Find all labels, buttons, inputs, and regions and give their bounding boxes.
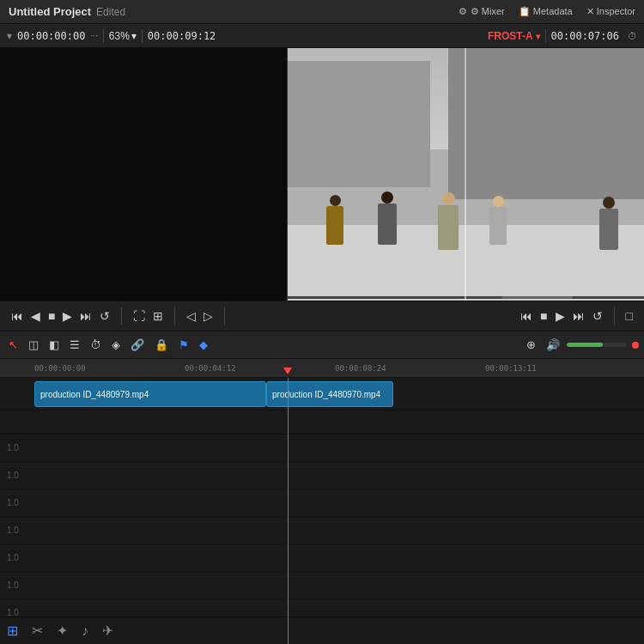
- controls-row: ⏮ ◀ ■ ▶ ⏭ ↺ ⛶ ⊞ ◁ ▷ ⏮ ■ ▶ ⏭ ↺ □: [0, 301, 644, 331]
- person-4: [489, 196, 507, 245]
- inspector-menu-item[interactable]: ✕ Inspector: [586, 6, 635, 17]
- color-label[interactable]: FROST-A ▾: [488, 30, 540, 42]
- tc-mark-3: 00:00:13:11: [485, 364, 537, 373]
- audio-track-4: 1.0: [0, 517, 644, 544]
- ctrl-divider-1: [121, 307, 122, 325]
- mixer-menu-item[interactable]: ⚙ ⚙ Mixer: [459, 6, 505, 17]
- stop-button[interactable]: ■: [46, 307, 58, 325]
- audio-track-4-label: 1.0: [7, 526, 19, 535]
- step-back-button[interactable]: ◀: [28, 307, 43, 325]
- nav-prev-button[interactable]: ◁: [184, 307, 198, 325]
- ctrl-divider-3: [224, 307, 225, 325]
- left-transport: ⏮ ◀ ■ ▶ ⏭ ↺: [3, 307, 118, 325]
- toolbar-sep-2: [142, 29, 143, 43]
- monitor-button[interactable]: □: [623, 307, 635, 325]
- toolbar-sep-3: [545, 29, 546, 43]
- nav-controls: ◁ ▷: [179, 307, 221, 325]
- volume-bar[interactable]: [567, 343, 627, 347]
- scene-building: [448, 48, 644, 199]
- clip-track: production ID_4480979.mp4 production ID_…: [0, 378, 644, 410]
- tab-audio[interactable]: ♪: [82, 623, 88, 639]
- audio-icon[interactable]: 🔊: [543, 336, 563, 354]
- playhead-triangle: [283, 368, 292, 374]
- clip-1[interactable]: production ID_4480979.mp4: [34, 381, 266, 407]
- audio-track-1-label: 1.0: [7, 443, 19, 453]
- snap-button[interactable]: ⊕: [523, 336, 539, 354]
- tab-deliver[interactable]: ✈: [102, 623, 113, 639]
- tab-effects[interactable]: ✦: [57, 623, 68, 639]
- metadata-menu-item[interactable]: 📋 Metadata: [519, 6, 573, 17]
- volume-fill: [567, 343, 603, 347]
- person-2: [378, 191, 397, 245]
- tc-mark-0: 00:00:00:00: [34, 364, 86, 373]
- preview-area: [0, 48, 644, 301]
- tc-mark-2: 00:00:08:24: [335, 364, 386, 373]
- tc-mark-1: 00:00:04:12: [185, 364, 236, 373]
- r-go-to-end-button[interactable]: ⏭: [570, 307, 587, 325]
- nav-next-button[interactable]: ▷: [201, 307, 216, 325]
- preview-scene: [288, 48, 644, 301]
- timecode-right-icon: ⏱: [628, 31, 637, 41]
- lock-tool-button[interactable]: 🔒: [151, 336, 172, 354]
- audio-track-6: 1.0: [0, 572, 644, 599]
- top-menu: ⚙ ⚙ Mixer 📋 Metadata ✕ Inspector: [459, 6, 635, 17]
- transform-tool-button[interactable]: ◈: [108, 336, 124, 354]
- view-controls: ⛶ ⊞: [125, 307, 171, 325]
- flag-tool-button[interactable]: ⚑: [175, 336, 192, 354]
- person-1: [326, 195, 343, 245]
- toolbar-sep-1: [103, 29, 104, 43]
- clip-1-label: production ID_4480979.mp4: [40, 390, 149, 399]
- link-tool-button[interactable]: 🔗: [127, 336, 148, 354]
- go-to-start-button[interactable]: ⏮: [9, 307, 26, 325]
- tab-media[interactable]: ⊞: [7, 623, 18, 639]
- scene-building-2: [288, 61, 430, 187]
- trim-roll-tool-button[interactable]: ◧: [46, 336, 63, 354]
- cursor-tool-button[interactable]: ↖: [5, 336, 21, 354]
- timecode-left: 00:00:00:00: [17, 30, 85, 42]
- empty-track: [0, 410, 644, 434]
- tools-row: ↖ ◫ ◧ ☰ ⏱ ◈ 🔗 🔒 ⚑ ◆ ⊕ 🔊: [0, 331, 644, 359]
- go-to-end-button[interactable]: ⏭: [77, 307, 94, 325]
- toolbar-dots: ···: [90, 31, 97, 40]
- r-go-to-start-button[interactable]: ⏮: [518, 307, 535, 325]
- fullscreen-button[interactable]: ⛶: [131, 307, 148, 325]
- timecode-right: 00:00:07:06: [551, 30, 619, 42]
- clip-2[interactable]: production ID_4480970.mp4: [266, 381, 393, 407]
- audio-track-5: 1.0: [0, 544, 644, 572]
- audio-track-3: 1.0: [0, 489, 644, 517]
- chevron-down-icon[interactable]: ▾: [7, 30, 12, 42]
- timecode-bar: 00:00:00:00 00:00:04:12 00:00:08:24 00:0…: [0, 359, 644, 378]
- project-title: Untitled Project: [9, 5, 91, 18]
- trim-ripple-tool-button[interactable]: ◫: [25, 336, 42, 354]
- audio-track-3-label: 1.0: [7, 498, 19, 507]
- r-loop-button[interactable]: ↺: [590, 307, 605, 325]
- title-bar: Untitled Project Edited ⚙ ⚙ Mixer 📋 Meta…: [0, 0, 644, 24]
- right-transport: ⏮ ■ ▶ ⏭ ↺: [513, 307, 610, 325]
- person-3: [438, 192, 459, 250]
- tab-cut[interactable]: ✂: [32, 623, 43, 639]
- play-button[interactable]: ▶: [60, 307, 75, 325]
- edited-label: Edited: [96, 6, 125, 18]
- r-play-button[interactable]: ▶: [553, 307, 568, 325]
- blade-tool-button[interactable]: ☰: [66, 336, 83, 354]
- audio-track-6-label: 1.0: [7, 580, 19, 590]
- view-toggle-button[interactable]: ⊞: [150, 307, 166, 325]
- audio-track-2: 1.0: [0, 462, 644, 489]
- marker-tool-button[interactable]: ◆: [196, 336, 211, 354]
- loop-button[interactable]: ↺: [97, 307, 112, 325]
- timeline-area: 00:00:00:00 00:00:04:12 00:00:08:24 00:0…: [0, 359, 644, 634]
- ctrl-divider-4: [614, 307, 615, 325]
- volume-dot: [632, 342, 639, 349]
- preview-playhead: [465, 48, 466, 301]
- preview-scrollbar-thumb: [501, 296, 573, 299]
- timecode-middle: 00:00:09:12: [148, 30, 216, 42]
- audio-track-1: 1.0: [0, 434, 644, 462]
- preview-scrollbar[interactable]: [288, 296, 644, 299]
- audio-track-5-label: 1.0: [7, 553, 19, 562]
- extra-controls: □: [618, 307, 641, 325]
- preview-right: [288, 48, 644, 301]
- zoom-control[interactable]: 63% ▾: [109, 30, 137, 42]
- r-stop-button[interactable]: ■: [538, 307, 550, 325]
- person-5: [599, 197, 618, 250]
- retime-tool-button[interactable]: ⏱: [87, 336, 105, 354]
